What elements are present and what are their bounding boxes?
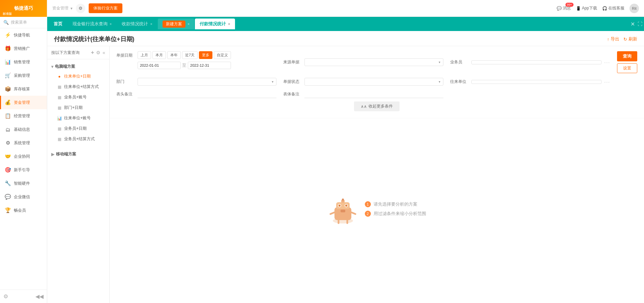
scheme-panel: 按以下方案查询 + ⚙ « ▾ 电脑端方案 ● 往来单位+日期 <box>47 46 110 303</box>
export-label: 导出 <box>611 36 619 42</box>
robot-svg <box>328 195 358 226</box>
scheme-panel-header-label: 按以下方案查询 <box>51 50 80 56</box>
content-area: 按以下方案查询 + ⚙ « ▾ 电脑端方案 ● 往来单位+日期 <box>47 46 644 303</box>
sidebar-item-baseinfo[interactable]: 🗂 基础信息 <box>0 123 47 136</box>
sidebar-item-system[interactable]: ⚙ 系统管理 <box>0 136 47 150</box>
tab-close-all-icon[interactable]: ✕ <box>631 21 635 27</box>
scheme-item-label: 业务员+日期 <box>64 126 87 131</box>
sidebar-item-purchase[interactable]: 🛒 采购管理 <box>0 69 47 82</box>
collapse-sidebar-icon[interactable]: ◀◀ <box>35 293 43 300</box>
date-btn-last-month[interactable]: 上月 <box>138 51 151 59</box>
sidebar-item-label: 销售管理 <box>14 59 30 65</box>
sidebar-item-label: 畅会员 <box>14 208 26 213</box>
app-download-btn[interactable]: 📱 App下载 <box>576 5 597 11</box>
scheme-item-staff-settle[interactable]: ▦ 业务员+结算方式 <box>47 134 109 144</box>
scheme-item-partner-date[interactable]: ● 往来单位+日期 <box>47 71 109 82</box>
scheme-add-icon[interactable]: + <box>91 50 94 56</box>
scheme-item-staff-account[interactable]: ▦ 业务员+账号 <box>47 92 109 102</box>
sidebar-item-membership[interactable]: 🏆 畅会员 <box>0 204 47 217</box>
sidebar-item-smarthw[interactable]: 🔧 智能硬件 <box>0 177 47 190</box>
query-btn[interactable]: 查询 <box>617 51 637 61</box>
logo-text: 畅捷通巧 <box>14 5 33 11</box>
tab-expand-icon[interactable]: ⛶ <box>638 21 642 27</box>
sidebar-item-wechat[interactable]: 💬 企业微信 <box>0 190 47 204</box>
svg-point-5 <box>339 205 341 207</box>
scheme-item-partner-account[interactable]: 📊 往来单位+账号 <box>47 113 109 123</box>
topbar-right: 💬 消息 99+ 📱 App下载 🎧 在线客服 Rit <box>557 4 639 13</box>
source-doc-select[interactable]: ▾ <box>304 58 443 66</box>
sidebar-search[interactable]: 🔍 搜索菜单 <box>0 17 47 28</box>
tab-payment-stat[interactable]: 付款情况统计 × <box>195 19 235 29</box>
filter-row-3: 表头备注 表体备注 <box>116 90 637 98</box>
scheme-mobile-section-title[interactable]: ▶ 移动端方案 <box>47 150 109 159</box>
partner-select[interactable] <box>471 80 602 84</box>
marketing-icon: 🎁 <box>4 45 11 52</box>
topbar-settings-btn[interactable]: ⚙ <box>76 4 85 13</box>
sidebar-item-marketing[interactable]: 🎁 营销推广 <box>0 42 47 55</box>
tab-receipt-stat-close[interactable]: × <box>150 22 152 26</box>
scheme-item-partner-settle[interactable]: ▦ 往来单位+结算方式 <box>47 82 109 92</box>
refresh-icon: ↻ <box>623 37 627 42</box>
filter-row-2: 部门 ▾ 单据状态 ▾ <box>116 78 637 86</box>
dept-select[interactable]: ▾ <box>138 78 276 86</box>
export-btn[interactable]: ↑ 导出 <box>607 36 620 42</box>
sidebar-item-finance[interactable]: 💰 资金管理 <box>0 96 47 109</box>
scheme-item-chart-icon: 📊 <box>57 116 62 121</box>
operations-icon: 📋 <box>4 113 11 119</box>
notifications-btn[interactable]: 💬 消息 99+ <box>557 5 571 11</box>
header-note-input[interactable] <box>138 90 276 98</box>
tab-payment-stat-close[interactable]: × <box>228 22 230 26</box>
trial-industry-btn[interactable]: 体验行业方案 <box>89 3 122 13</box>
doc-status-select[interactable]: ▾ <box>304 78 443 86</box>
partner-label: 往来单位 <box>450 79 469 85</box>
filter-settings-btn[interactable]: 设置 <box>617 63 637 73</box>
sidebar-item-newbie[interactable]: 🎯 新手引导 <box>0 163 47 177</box>
partner-more-btn[interactable]: ··· <box>604 79 610 85</box>
body-note-field: 表体备注 <box>283 90 443 98</box>
scheme-item-staff-date[interactable]: ▦ 业务员+日期 <box>47 123 109 134</box>
search-label: 搜索菜单 <box>11 20 27 25</box>
headset-icon: 🎧 <box>602 6 607 11</box>
body-note-label: 表体备注 <box>283 91 302 97</box>
sidebar-item-quick-nav[interactable]: ⚡ 快捷导航 <box>0 28 47 42</box>
tab-bank-flow-close[interactable]: × <box>110 22 112 26</box>
staff-select[interactable] <box>471 60 602 64</box>
tab-bank-flow[interactable]: 现金银行流水查询 × <box>68 19 116 29</box>
date-from-input[interactable] <box>138 62 181 69</box>
online-service-btn[interactable]: 🎧 在线客服 <box>602 5 624 11</box>
collapse-arrows-icon: ∧∧ <box>361 104 367 109</box>
sidebar-item-sales[interactable]: 📊 销售管理 <box>0 55 47 69</box>
tab-new-scheme-close[interactable]: × <box>187 22 189 26</box>
date-btn-custom[interactable]: 自定义 <box>214 51 231 59</box>
scheme-item-dept-date[interactable]: ▦ 部门+日期 <box>47 102 109 113</box>
scheme-desktop-section-title[interactable]: ▾ 电脑端方案 <box>47 62 109 71</box>
collapse-more-btn[interactable]: ∧∧ 收起更多条件 <box>354 101 400 111</box>
sidebar-item-operations[interactable]: 📋 经营管理 <box>0 109 47 123</box>
sidebar-item-enterprise[interactable]: 🤝 企业协同 <box>0 150 47 163</box>
tab-receipt-stat[interactable]: 收款情况统计 × <box>117 19 157 29</box>
scheme-collapse-icon[interactable]: « <box>103 50 105 55</box>
notif-badge: 99+ <box>565 3 573 7</box>
date-btn-7days[interactable]: 近7天 <box>182 51 198 59</box>
tab-receipt-stat-label: 收款情况统计 <box>122 21 148 27</box>
sidebar-item-label: 系统管理 <box>14 140 30 146</box>
settings-bottom-icon[interactable]: ⚙ <box>3 293 8 300</box>
scheme-desktop-section: ▾ 电脑端方案 ● 往来单位+日期 ▦ 往来单位+结算方式 ▦ 业务员+账号 <box>47 59 109 147</box>
tab-new-scheme[interactable]: 新建方案 × <box>158 19 194 29</box>
date-range-inputs: 至 <box>138 62 231 69</box>
user-name: Rit <box>632 6 636 10</box>
sidebar-item-inventory[interactable]: 📦 库存核算 <box>0 82 47 96</box>
date-btn-this-month[interactable]: 本月 <box>152 51 166 59</box>
staff-label: 业务员 <box>450 59 469 65</box>
date-to-input[interactable] <box>188 62 231 69</box>
scheme-settings-icon[interactable]: ⚙ <box>96 50 100 55</box>
date-btn-this-year[interactable]: 本年 <box>167 51 181 59</box>
search-icon: 🔍 <box>3 20 9 25</box>
refresh-btn[interactable]: ↻ 刷新 <box>623 36 637 42</box>
tab-home[interactable]: 首页 <box>49 19 67 29</box>
body-note-input[interactable] <box>304 90 443 98</box>
staff-more-btn[interactable]: ··· <box>604 60 610 65</box>
date-btn-more[interactable]: 更多 <box>199 51 212 59</box>
scheme-item-label: 部门+日期 <box>64 105 83 111</box>
user-avatar[interactable]: Rit <box>630 4 639 13</box>
